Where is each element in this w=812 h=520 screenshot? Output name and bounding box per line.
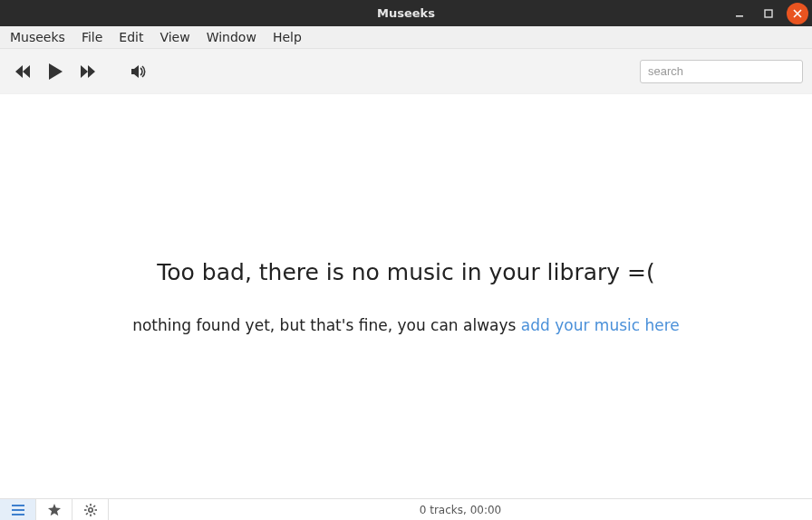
minimize-button[interactable] <box>729 3 750 24</box>
play-button[interactable] <box>47 63 63 81</box>
empty-title: Too bad, there is no music in your libra… <box>157 259 654 285</box>
close-button[interactable] <box>787 3 808 24</box>
maximize-button[interactable] <box>758 3 779 24</box>
svg-line-10 <box>86 506 88 507</box>
menu-file[interactable]: File <box>73 27 111 47</box>
status-text: 0 tracks, 00:00 <box>109 499 812 520</box>
svg-line-13 <box>86 513 88 515</box>
svg-point-5 <box>88 507 92 511</box>
menu-window[interactable]: Window <box>198 27 265 47</box>
search-input[interactable] <box>640 60 803 83</box>
menu-edit[interactable]: Edit <box>111 27 151 47</box>
settings-tab[interactable] <box>72 499 109 520</box>
gear-icon <box>84 504 97 516</box>
titlebar: Museeks <box>0 0 812 26</box>
next-button[interactable] <box>80 64 96 79</box>
empty-subtitle-text: nothing found yet, but that's fine, you … <box>132 316 521 334</box>
svg-rect-1 <box>765 10 772 17</box>
add-music-link[interactable]: add your music here <box>521 316 680 334</box>
list-icon <box>12 505 24 515</box>
menu-museeks[interactable]: Museeks <box>2 27 73 47</box>
menubar: Museeks File Edit View Window Help <box>0 26 812 49</box>
playlists-tab[interactable] <box>36 499 72 520</box>
window-title: Museeks <box>0 6 812 20</box>
svg-rect-3 <box>12 509 24 511</box>
svg-line-12 <box>93 506 95 507</box>
volume-button[interactable] <box>130 64 147 79</box>
previous-button[interactable] <box>14 64 31 79</box>
svg-rect-0 <box>736 15 743 17</box>
svg-line-11 <box>93 513 95 515</box>
playback-controls <box>9 63 147 81</box>
window-controls <box>729 0 808 26</box>
star-icon <box>48 504 61 516</box>
library-tab[interactable] <box>0 499 36 520</box>
svg-rect-2 <box>12 505 24 506</box>
library-empty-state: Too bad, there is no music in your libra… <box>0 94 812 498</box>
player-toolbar <box>0 49 812 94</box>
menu-view[interactable]: View <box>151 27 198 47</box>
bottom-bar: 0 tracks, 00:00 <box>0 498 812 520</box>
empty-subtitle: nothing found yet, but that's fine, you … <box>132 316 680 334</box>
menu-help[interactable]: Help <box>265 27 310 47</box>
svg-rect-4 <box>12 514 24 515</box>
